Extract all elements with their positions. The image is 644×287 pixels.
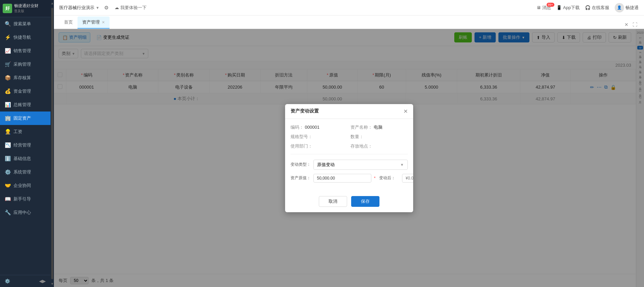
menu-icon-13: 📖 <box>5 196 11 202</box>
info-quantity: 数量： <box>350 134 408 140</box>
menu-icon-3: 🛒 <box>5 61 11 67</box>
dialog-body: 编码： 000001 资产名称： 电脑 规格型号： 数量： <box>285 119 413 192</box>
menu-label-14: 应用中心 <box>13 210 31 216</box>
menu-label-5: 资金管理 <box>13 88 31 94</box>
app-logo: 好 <box>3 4 12 13</box>
cancel-button[interactable]: 取消 <box>319 196 347 207</box>
change-type-dropdown-icon: ▼ <box>400 163 404 167</box>
menu-label-9: 经营管理 <box>13 142 31 148</box>
info-location: 存放地点： <box>350 143 408 149</box>
sidebar-item-快捷导航[interactable]: ⚡快捷导航 <box>0 31 51 44</box>
dialog-header: 资产变动设置 ✕ <box>285 104 413 119</box>
menu-icon-6: 📊 <box>5 102 11 108</box>
notification-badge: 99+ <box>547 3 554 7</box>
topbar-settings-icon[interactable]: ⚙ <box>104 5 109 11</box>
content-area: 📋 资产明细 📄 变更生成凭证 刷账 + 新增 批量操作 ▼ <box>54 29 644 287</box>
original-value-label: 资产原值： <box>290 175 311 181</box>
dialog-info-grid: 编码： 000001 资产名称： 电脑 规格型号： 数量： <box>290 124 408 154</box>
original-value-row: 资产原值： * 变动后： <box>290 174 408 183</box>
menu-label-7: 固定资产 <box>13 115 31 121</box>
bell-icon: 🖥 <box>536 5 541 10</box>
change-type-select[interactable]: 原值变动 ▼ <box>313 160 408 170</box>
sidebar-item-销售管理[interactable]: 📈销售管理 <box>0 44 51 58</box>
sidebar-footer: ⚙️ ◀▶ <box>0 275 51 287</box>
menu-label-6: 总账管理 <box>13 102 31 108</box>
window-maximize-icon[interactable]: ⛶ <box>631 21 639 29</box>
user-menu[interactable]: 👤 畅捷通 <box>615 3 639 12</box>
sidebar-scroll: ▲ ▼ <box>51 0 54 287</box>
menu-icon-14: 🔧 <box>5 210 11 216</box>
sidebar-item-系统管理[interactable]: ⚙️系统管理 <box>0 165 51 179</box>
topbar: 医疗器械行业演示 ▼ ⚙ ☁ 我要体验一下 🖥 消息 99+ 📱 App下载 🎧… <box>54 0 644 15</box>
sidebar-header: 好 畅捷通好业财 普及版 <box>0 0 51 17</box>
original-value-input[interactable] <box>313 174 371 183</box>
sidebar-item-搜索菜单[interactable]: 🔍搜索菜单 <box>0 17 51 31</box>
menu-label-4: 库存核算 <box>13 75 31 81</box>
info-code: 编码： 000001 <box>290 124 348 130</box>
dialog-footer: 取消 保存 <box>285 192 413 212</box>
collapse-icon[interactable]: ◀▶ <box>39 279 46 284</box>
change-type-row: 变动类型： 原值变动 ▼ <box>290 160 408 170</box>
cloud-icon: ☁ <box>115 5 119 10</box>
menu-icon-2: 📈 <box>5 48 11 54</box>
settings-icon[interactable]: ⚙️ <box>5 279 10 284</box>
app-download-button[interactable]: 📱 App下载 <box>556 5 580 11</box>
app-version: 普及版 <box>14 9 38 13</box>
scroll-thumb[interactable] <box>51 8 53 279</box>
required-mark: * <box>374 176 376 181</box>
modal-overlay: 资产变动设置 ✕ 编码： 000001 资产名称： 电脑 <box>54 29 644 287</box>
sidebar-item-新手引导[interactable]: 📖新手引导 <box>0 192 51 206</box>
menu-icon-7: 🏢 <box>5 115 11 121</box>
after-change-input[interactable] <box>402 174 413 183</box>
company-name: 医疗器械行业演示 <box>59 5 94 11</box>
menu-icon-8: 👷 <box>5 129 11 135</box>
sidebar-item-应用中心[interactable]: 🔧应用中心 <box>0 206 51 219</box>
sidebar: 好 畅捷通好业财 普及版 🔍搜索菜单⚡快捷导航📈销售管理🛒采购管理📦库存核算💰资… <box>0 0 51 287</box>
sidebar-item-企业协同[interactable]: 🤝企业协同 <box>0 179 51 192</box>
sidebar-item-采购管理[interactable]: 🛒采购管理 <box>0 58 51 71</box>
asset-change-dialog: 资产变动设置 ✕ 编码： 000001 资产名称： 电脑 <box>285 104 413 212</box>
menu-label-0: 搜索菜单 <box>13 21 31 27</box>
sidebar-item-工资[interactable]: 👷工资 <box>0 125 51 138</box>
menu-icon-10: ℹ️ <box>5 156 11 162</box>
avatar: 👤 <box>615 3 624 12</box>
app-name: 畅捷通好业财 <box>14 3 38 9</box>
tab-home[interactable]: 首页 <box>59 17 78 29</box>
sidebar-item-资金管理[interactable]: 💰资金管理 <box>0 85 51 98</box>
save-button[interactable]: 保存 <box>351 196 379 207</box>
after-change-label: 变动后： <box>379 175 399 181</box>
menu-label-12: 企业协同 <box>13 183 31 189</box>
menu-icon-12: 🤝 <box>5 183 11 189</box>
tabbar: 首页 资产管理 ✕ ✕ ⛶ <box>54 15 644 29</box>
notifications-button[interactable]: 🖥 消息 99+ <box>536 5 551 11</box>
experience-button[interactable]: ☁ 我要体验一下 <box>115 5 147 11</box>
menu-icon-9: 📉 <box>5 142 11 148</box>
menu-label-13: 新手引导 <box>13 196 31 202</box>
menu-icon-0: 🔍 <box>5 21 11 27</box>
dialog-close-button[interactable]: ✕ <box>403 108 408 115</box>
menu-icon-4: 📦 <box>5 75 11 81</box>
sidebar-item-总账管理[interactable]: 📊总账管理 <box>0 98 51 111</box>
download-icon: 📱 <box>556 5 562 10</box>
info-spec: 规格型号： <box>290 134 348 140</box>
info-name: 资产名称： 电脑 <box>350 124 408 130</box>
menu-icon-5: 💰 <box>5 88 11 94</box>
sidebar-item-基础信息[interactable]: ℹ️基础信息 <box>0 152 51 165</box>
dialog-title: 资产变动设置 <box>290 108 319 114</box>
sidebar-item-经营管理[interactable]: 📉经营管理 <box>0 138 51 152</box>
customer-service-button[interactable]: 🎧 在线客服 <box>585 5 609 11</box>
menu-label-10: 基础信息 <box>13 156 31 162</box>
info-dept: 使用部门： <box>290 143 348 149</box>
menu-label-1: 快捷导航 <box>13 34 31 40</box>
menu-icon-11: ⚙️ <box>5 169 11 175</box>
menu-label-3: 采购管理 <box>13 61 31 67</box>
window-close-icon[interactable]: ✕ <box>623 21 630 29</box>
sidebar-item-固定资产[interactable]: 🏢固定资产 <box>0 111 51 125</box>
menu-label-2: 销售管理 <box>13 48 31 54</box>
sidebar-item-库存核算[interactable]: 📦库存核算 <box>0 71 51 85</box>
tab-asset-management[interactable]: 资产管理 ✕ <box>78 17 110 29</box>
menu-icon-1: ⚡ <box>5 34 11 40</box>
tab-close-icon[interactable]: ✕ <box>102 20 105 25</box>
topbar-right: 🖥 消息 99+ 📱 App下载 🎧 在线客服 👤 畅捷通 <box>536 3 639 12</box>
company-selector[interactable]: 医疗器械行业演示 ▼ <box>59 5 99 11</box>
